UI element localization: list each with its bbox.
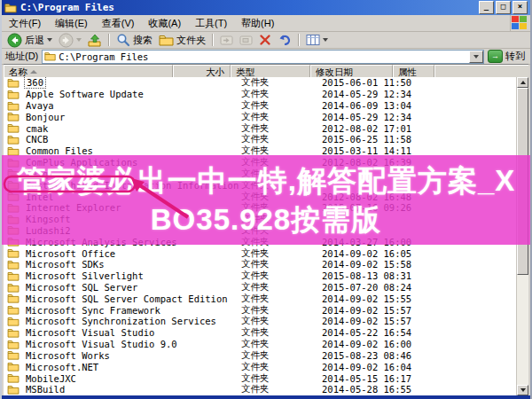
menu-edit[interactable]: 编辑(E)	[48, 15, 95, 32]
file-row[interactable]: Kingsoft文件夹	[4, 214, 517, 225]
views-button[interactable]	[304, 34, 330, 46]
folder-icon	[7, 112, 20, 121]
file-name-cell: Bonjour	[4, 112, 173, 122]
file-name-cell: Microsoft.NET	[4, 362, 173, 372]
file-row[interactable]: cmak文件夹2012-08-02 17:01	[4, 122, 517, 134]
file-row[interactable]: Microsoft Analysis Services文件夹2014-03-27…	[4, 236, 517, 247]
column-header-name[interactable]: 名称	[4, 65, 173, 78]
scrollbar-thumb[interactable]	[517, 88, 528, 275]
triangle-up-icon	[520, 81, 526, 84]
column-header-type[interactable]: 类型	[231, 65, 310, 78]
file-row[interactable]: Microsoft Sync Framework文件夹2014-09-02 15…	[4, 304, 517, 316]
file-row[interactable]: MobileJXC文件夹2014-05-15 16:17	[4, 372, 517, 384]
file-row[interactable]: feiq文件夹	[4, 168, 517, 180]
address-label: 地址(D)	[5, 50, 38, 63]
file-row[interactable]: ComPlus Applications文件夹2012-08-02 16:39	[4, 157, 517, 168]
up-button[interactable]	[86, 34, 104, 47]
file-name-cell: Intel	[4, 192, 173, 202]
folder-icon	[7, 340, 20, 349]
column-header-name-label: 名称	[9, 66, 27, 78]
folder-icon	[7, 203, 20, 213]
folders-button[interactable]: 文件夹	[157, 34, 207, 47]
file-row[interactable]: Microsoft SQL Server文件夹2015-07-20 08:24	[4, 282, 517, 293]
menu-favorites[interactable]: 收藏(A)	[141, 15, 188, 32]
file-name-cell: Microsoft SQL Server	[4, 282, 173, 293]
file-row[interactable]: CNCB文件夹2015-06-25 11:58	[4, 134, 517, 145]
file-name-label: Microsoft Works	[24, 350, 112, 361]
file-name-label: Microsoft Sync Framework	[24, 305, 162, 316]
windows-logo-icon	[510, 15, 530, 31]
file-name-cell: CNCB	[4, 134, 173, 145]
folder-icon	[7, 123, 20, 133]
file-row[interactable]: Apple Software Update文件夹2014-05-29 12:34	[4, 89, 517, 100]
file-row[interactable]: Microsoft Synchronization Services文件夹201…	[4, 316, 517, 327]
file-row[interactable]: Bonjour文件夹2014-05-29 12:34	[4, 111, 517, 122]
address-dropdown-button[interactable]	[469, 51, 483, 63]
maximize-button[interactable]: □	[496, 1, 511, 14]
minimize-button[interactable]: _	[479, 1, 494, 14]
forward-button[interactable]	[57, 33, 83, 48]
file-row[interactable]: Intel文件夹2012-08-02 16:48	[4, 191, 517, 202]
scroll-up-button[interactable]	[517, 77, 528, 88]
close-button[interactable]: ×	[512, 1, 528, 14]
column-header-size[interactable]: 大小	[173, 65, 231, 78]
folder-icon	[7, 271, 20, 281]
menu-tools[interactable]: 工具(T)	[188, 15, 234, 32]
file-name-cell: MobileJXC	[4, 373, 173, 384]
column-header-attributes[interactable]: 属性	[393, 65, 434, 78]
file-row[interactable]: MSBuild文件夹2014-05-28 16:55	[4, 384, 517, 395]
move-to-button[interactable]	[218, 35, 235, 46]
back-button[interactable]: 后退	[5, 33, 54, 48]
toolbar-separator	[212, 34, 214, 46]
vertical-scrollbar[interactable]	[516, 77, 528, 395]
file-date-cell: 2015-06-25 11:58	[310, 134, 393, 145]
file-row[interactable]: Microsoft Visual Studio文件夹2014-05-22 16:…	[4, 327, 517, 339]
file-row[interactable]: Microsoft Visual Studio 9.0文件夹2014-09-02…	[4, 339, 517, 350]
file-date-cell: 2012-08-02 16:48	[310, 192, 393, 202]
forward-dropdown-icon[interactable]	[76, 38, 82, 42]
file-row[interactable]: Internet Explorer文件夹2015-07-16 09:26	[4, 202, 517, 214]
file-date-cell: 2012-08-02 16:39	[310, 157, 393, 168]
file-list: 360文件夹2015-06-01 11:50Apple Software Upd…	[4, 77, 517, 395]
file-row[interactable]: Ludashi2文件夹	[4, 225, 517, 237]
folder-icon	[7, 90, 20, 99]
back-icon	[7, 33, 22, 48]
folder-icon	[44, 51, 56, 61]
file-name-label: Internet Explorer	[24, 202, 122, 213]
file-name-label: Microsoft Visual Studio 9.0	[24, 339, 179, 349]
delete-button[interactable]	[257, 34, 273, 46]
file-row[interactable]: Avaya文件夹2014-06-09 13:04	[4, 100, 517, 112]
address-input[interactable]: C:\Program Files	[42, 50, 484, 64]
back-label: 后退	[25, 34, 44, 47]
menu-view[interactable]: 查看(V)	[95, 15, 142, 32]
file-name-cell: Microsoft Office	[4, 248, 173, 259]
file-row[interactable]: Common Files文件夹2015-03-11 14:11	[4, 145, 517, 157]
column-header-filler	[434, 65, 528, 78]
menu-help[interactable]: 帮助(H)	[234, 15, 281, 32]
file-name-cell: Microsoft SQL Server Compact Edition	[4, 293, 173, 304]
file-name-cell: Microsoft Works	[4, 350, 173, 361]
go-button[interactable]: → 转到	[488, 50, 527, 63]
file-row[interactable]: Microsoft Office文件夹2014-09-02 16:05	[4, 247, 517, 259]
column-header-date[interactable]: 修改日期	[310, 65, 393, 78]
file-name-label: Microsoft Analysis Services	[24, 237, 179, 247]
file-row[interactable]: Microsoft SQL Server Compact Edition文件夹2…	[4, 293, 517, 304]
file-name-label: Common Files	[24, 145, 95, 156]
window-bottom-border	[2, 395, 530, 399]
menu-file[interactable]: 文件(F)	[2, 15, 48, 32]
views-dropdown-icon[interactable]	[323, 38, 328, 42]
file-row[interactable]: Microsoft Silverlight文件夹2015-08-13 08:31	[4, 270, 517, 282]
file-row[interactable]: InstallShield Installation Information文件…	[4, 179, 517, 191]
move-to-icon	[220, 35, 233, 46]
file-row[interactable]: Microsoft Works文件夹2015-08-23 08:46	[4, 350, 517, 362]
file-date-cell: 2014-03-27 16:00	[310, 237, 393, 247]
file-row[interactable]: Microsoft.NET文件夹2014-09-02 16:04	[4, 361, 517, 372]
file-name-label: MSBuild	[24, 384, 66, 395]
copy-to-button[interactable]	[238, 35, 254, 46]
undo-button[interactable]	[276, 34, 293, 46]
search-button[interactable]: 搜索	[114, 33, 154, 47]
back-dropdown-icon[interactable]	[47, 38, 52, 42]
file-row[interactable]: Microsoft SDKs文件夹2014-09-02 15:58	[4, 259, 517, 270]
scroll-down-button[interactable]	[517, 385, 528, 395]
file-row[interactable]: 360文件夹2015-06-01 11:50	[4, 77, 517, 89]
